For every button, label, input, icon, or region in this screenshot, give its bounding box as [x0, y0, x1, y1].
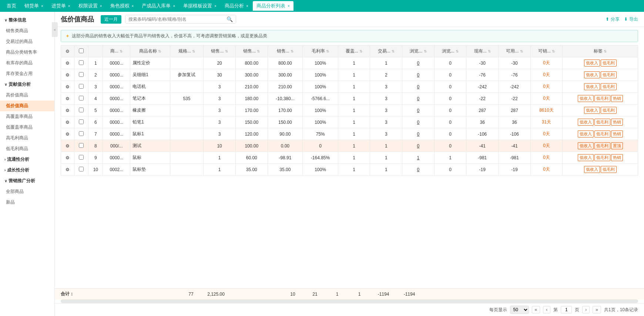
browse-link[interactable]: 0: [417, 132, 420, 137]
close-icon[interactable]: ×: [132, 4, 134, 8]
browse2-col-header[interactable]: 浏览... ⇅: [434, 45, 466, 57]
browse-link[interactable]: 0: [417, 167, 420, 172]
sidebar-group-marketing[interactable]: ∨ 营销推广分析: [0, 176, 54, 186]
close-icon[interactable]: ×: [246, 4, 248, 8]
settings-cell[interactable]: ⚙: [61, 69, 74, 81]
settings-icon[interactable]: ⚙: [66, 96, 70, 101]
settings-cell[interactable]: ⚙: [61, 81, 74, 93]
browse1-col-header[interactable]: 浏览... ⇅: [402, 45, 435, 57]
close-icon[interactable]: ×: [68, 4, 70, 8]
sidebar-item-high-value[interactable]: 高价值商品: [0, 90, 54, 101]
browse-link[interactable]: 0: [417, 96, 420, 101]
sellable-col-header[interactable]: 可销... ⇅: [530, 45, 563, 57]
row-checkbox[interactable]: [79, 108, 84, 112]
browse-link[interactable]: 0: [417, 84, 420, 89]
select-all-checkbox[interactable]: [79, 48, 84, 53]
export-button[interactable]: ⬇ 导出: [624, 16, 638, 23]
checkbox-cell[interactable]: [74, 140, 88, 152]
browse1-cell[interactable]: 0: [402, 164, 435, 176]
settings-icon[interactable]: ⚙: [66, 120, 70, 125]
sidebar-item-low-value[interactable]: 低价值商品: [0, 101, 54, 111]
sidebar-group-circulation[interactable]: › 流通性分析: [0, 154, 54, 165]
sidebar-item-category-sales-rate[interactable]: 商品分类销售率: [0, 47, 54, 58]
current-stock-col-header[interactable]: 现有... ⇅: [466, 45, 499, 57]
settings-icon[interactable]: ⚙: [66, 108, 70, 113]
browse1-cell[interactable]: 0: [402, 69, 435, 81]
sales-amount-col-header[interactable]: 销售... ⇅: [268, 45, 303, 57]
row-checkbox[interactable]: [79, 155, 84, 160]
next-page-button[interactable]: ›: [582, 306, 590, 313]
browse1-cell[interactable]: 1: [402, 152, 435, 164]
settings-cell[interactable]: ⚙: [61, 140, 74, 152]
last-page-button[interactable]: »: [593, 306, 601, 313]
settings-icon[interactable]: ⚙: [66, 167, 70, 172]
browse1-cell[interactable]: 0: [402, 93, 435, 105]
checkbox-cell[interactable]: [74, 69, 88, 81]
horizontal-scrollbar[interactable]: [61, 299, 638, 303]
browse-link[interactable]: 0: [417, 108, 420, 113]
nav-purchase[interactable]: 进货单 ×: [48, 1, 74, 11]
nav-roles[interactable]: 角色授权 ×: [107, 1, 138, 11]
browse1-cell[interactable]: 0: [402, 105, 435, 116]
browse1-cell[interactable]: 0: [402, 128, 435, 140]
first-page-button[interactable]: «: [532, 306, 540, 313]
browse1-cell[interactable]: 0: [402, 81, 435, 93]
transaction-col-header[interactable]: 交易... ⇅: [370, 45, 402, 57]
nav-permissions[interactable]: 权限设置 ×: [75, 1, 106, 11]
sidebar-group-overall[interactable]: ∨ 整体信息: [0, 15, 54, 26]
browse1-cell[interactable]: 0: [402, 57, 435, 69]
sidebar-group-growth[interactable]: › 成长性分析: [0, 165, 54, 176]
sidebar-item-stock-goods[interactable]: 有库存的商品: [0, 58, 54, 68]
sidebar-item-high-coverage[interactable]: 高覆盖率商品: [0, 111, 54, 122]
code-col-header[interactable]: 商... ⇅: [103, 45, 130, 57]
settings-cell[interactable]: ⚙: [61, 164, 74, 176]
checkbox-cell[interactable]: [74, 128, 88, 140]
row-checkbox[interactable]: [79, 167, 84, 171]
sales-price-col-header[interactable]: 销售... ⇅: [235, 45, 268, 57]
browse-link[interactable]: 0: [417, 61, 420, 66]
settings-cell[interactable]: ⚙: [61, 152, 74, 164]
checkbox-col-header[interactable]: [74, 45, 88, 57]
page-number-input[interactable]: [561, 306, 572, 313]
name-col-header[interactable]: 商品名称 ⇅: [130, 45, 170, 57]
search-icon[interactable]: 🔍: [227, 16, 233, 22]
share-button[interactable]: ⬆ 分享: [606, 16, 620, 23]
nav-goods-analysis-list[interactable]: 商品分析列表 ×: [253, 1, 294, 11]
checkbox-cell[interactable]: [74, 116, 88, 128]
checkbox-cell[interactable]: [74, 164, 88, 176]
row-checkbox[interactable]: [79, 143, 84, 148]
margin-col-header[interactable]: 毛利率 ⇅: [303, 45, 338, 57]
coverage-col-header[interactable]: 覆盖... ⇅: [338, 45, 370, 57]
sidebar-item-traded-goods[interactable]: 交易过的商品: [0, 36, 54, 47]
sidebar-item-low-margin[interactable]: 低毛利商品: [0, 143, 54, 154]
row-checkbox[interactable]: [79, 60, 84, 65]
browse-link[interactable]: 0: [417, 120, 420, 125]
browse-link[interactable]: 1: [417, 155, 420, 160]
browse1-cell[interactable]: 0: [402, 116, 435, 128]
tags-col-header[interactable]: 标签 ⇅: [563, 45, 638, 57]
checkbox-cell[interactable]: [74, 93, 88, 105]
nav-product-entry[interactable]: 产成品入库单 ×: [138, 1, 179, 11]
settings-icon[interactable]: ⚙: [66, 61, 70, 66]
prev-page-button[interactable]: ‹: [543, 306, 550, 313]
settings-icon[interactable]: ⚙: [66, 143, 70, 149]
spec-col-header[interactable]: 规格... ⇅: [170, 45, 204, 57]
close-icon[interactable]: ×: [214, 4, 217, 8]
nav-sales[interactable]: 销货单 ×: [21, 1, 47, 11]
checkbox-cell[interactable]: [74, 152, 88, 164]
sidebar-group-contribution[interactable]: ∨ 贡献值分析: [0, 79, 54, 90]
sidebar-item-new-goods[interactable]: 新品: [0, 197, 54, 208]
sales-qty-col-header[interactable]: 销售... ⇅: [204, 45, 236, 57]
settings-cell[interactable]: ⚙: [61, 116, 74, 128]
page-size-select[interactable]: 50 100 200: [510, 306, 529, 314]
settings-icon[interactable]: ⚙: [66, 132, 70, 137]
close-icon[interactable]: ×: [100, 4, 102, 8]
sidebar-collapse-button[interactable]: «: [52, 22, 58, 37]
row-checkbox[interactable]: [79, 84, 84, 89]
row-checkbox[interactable]: [79, 131, 84, 136]
settings-icon[interactable]: ⚙: [66, 72, 70, 78]
browse-link[interactable]: 0: [417, 143, 420, 149]
row-checkbox[interactable]: [79, 119, 84, 124]
table-container[interactable]: ⚙ 商... ⇅ 商品名称 ⇅ 规格... ⇅ 销售... ⇅ 销售... ⇅ …: [55, 45, 644, 288]
row-checkbox[interactable]: [79, 96, 84, 101]
